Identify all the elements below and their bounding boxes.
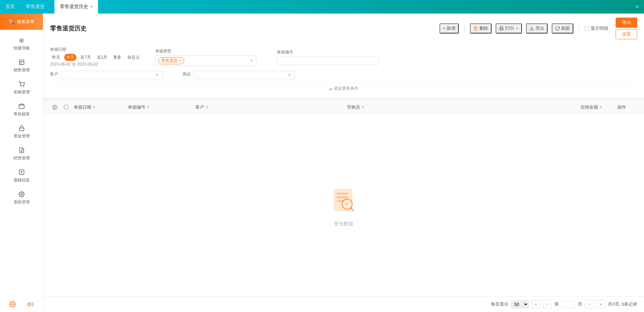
svg-rect-4 <box>19 128 24 131</box>
top-bar: 首页 零售退货 × 零售退货历史 × × <box>0 0 644 14</box>
page-number-input[interactable]: 1 <box>562 301 575 308</box>
filter-goods-field: 商品 ... ▼ <box>183 71 295 79</box>
show-detail-toggle[interactable]: 显示明细 <box>585 25 608 31</box>
sidebar-item-quick-nav[interactable]: ⊞ 快捷导航 <box>2 33 41 54</box>
th-amount[interactable]: 实销金额 ⇅ <box>557 102 605 113</box>
pagination-bar: 每页显示 50 20 100 « ‹ 第 1 页 › » 共0页, 0条记录 <box>43 296 644 312</box>
sidebar-item-system-mgmt[interactable]: 系统管理 <box>2 187 41 208</box>
sidebar-search[interactable]: 🔍 搜索菜单 <box>0 14 43 30</box>
print-button[interactable]: 打印 ▼ <box>496 23 522 34</box>
tab-home[interactable]: 首页 <box>0 0 20 14</box>
sidebar-item-operations[interactable]: 经营管理 <box>2 143 41 164</box>
docnum-input[interactable] <box>277 57 378 65</box>
type-tag: 零售退货 × <box>158 57 184 64</box>
page-first-button[interactable]: « <box>531 300 540 309</box>
date-group: 昨天 今天 近7天 近1月 更多 自定义 <box>50 54 142 61</box>
tab-retail-return[interactable]: 零售退货 × <box>20 0 54 14</box>
inventory-icon <box>18 103 25 110</box>
sidebar-bottom <box>0 296 43 312</box>
svg-rect-18 <box>337 193 348 194</box>
th-num[interactable]: 单据编号 ⇅ <box>125 102 193 113</box>
th-date[interactable]: 单据日期 ⇅ <box>71 102 125 113</box>
settings-button[interactable]: 设置 <box>616 29 637 39</box>
export-button[interactable]: 导出 <box>526 23 548 34</box>
svg-rect-19 <box>337 197 348 198</box>
collapse-button[interactable]: ▲ 收起更多条件 <box>325 85 362 92</box>
window-close-button[interactable]: × <box>630 0 644 14</box>
page-actions: + 新增 删除 打印 ▼ 导出 <box>439 18 637 39</box>
sidebar-item-label: 经营管理 <box>14 155 30 161</box>
main-layout: 🔍 搜索菜单 ⊞ 快捷导航 销售管理 采购管理 <box>0 14 644 312</box>
filter-row-1: 单据日期 昨天 今天 近7天 近1月 更多 自定义 2023-06-02 至 2… <box>50 47 637 67</box>
filter-type-field: 单据类型 零售退货 × ▼ <box>155 48 257 66</box>
new-button[interactable]: + 新增 <box>439 23 459 34</box>
sidebar-item-finance[interactable]: 资金管理 <box>2 121 41 142</box>
sidebar-item-inventory[interactable]: 库存核算 <box>2 99 41 120</box>
svg-point-11 <box>21 194 22 195</box>
table-area: 单据日期 ⇅ 单据编号 ⇅ 客户 ⇅ 导购员 ⇅ 实销金额 <box>43 101 644 296</box>
print-dropdown-icon[interactable]: ▼ <box>515 27 519 30</box>
sidebar-item-label: 采购管理 <box>14 89 30 95</box>
date-btn-more[interactable]: 更多 <box>111 54 123 61</box>
date-btn-today[interactable]: 今天 <box>64 54 76 61</box>
type-tag-close[interactable]: × <box>179 59 181 63</box>
page-next-button[interactable]: › <box>585 300 594 309</box>
empty-illustration <box>327 183 361 217</box>
page-last-button[interactable]: » <box>596 300 605 309</box>
page-prev-button[interactable]: ‹ <box>543 300 552 309</box>
sidebar-settings-button[interactable] <box>6 298 19 310</box>
divider2 <box>579 26 579 31</box>
page-title-row: 零售退货历史 + 新增 删除 打印 ▼ <box>50 18 637 39</box>
customer-select[interactable]: ... ▼ <box>61 71 162 79</box>
sales-icon <box>18 59 25 66</box>
th-customer[interactable]: 客户 ⇅ <box>193 102 344 113</box>
sidebar-item-label: 系统管理 <box>14 199 30 205</box>
table-select-all[interactable] <box>61 105 71 109</box>
sidebar-speaker-button[interactable] <box>24 298 37 310</box>
delete-button[interactable]: 删除 <box>470 23 492 34</box>
empty-text: 暂无数据 <box>334 221 353 227</box>
tab-retail-return-history[interactable]: 零售退货历史 × <box>54 0 98 14</box>
show-detail-checkbox[interactable] <box>585 26 589 31</box>
sidebar-item-label: 库存核算 <box>14 111 30 117</box>
tab-retail-return-close[interactable]: × <box>47 4 49 9</box>
goods-label: 商品 <box>183 71 191 77</box>
sidebar-item-sales-mgmt[interactable]: 销售管理 <box>2 55 41 76</box>
filter-customer-field: 客户 ... ▼ <box>50 71 162 79</box>
th-guide[interactable]: 导购员 ⇅ <box>344 102 412 113</box>
svg-point-2 <box>23 86 24 87</box>
date-btn-yesterday[interactable]: 昨天 <box>50 54 62 61</box>
sort-date-icon: ⇅ <box>93 105 95 109</box>
tab-retail-return-history-close[interactable]: × <box>90 4 93 9</box>
date-range-value: 2023-06-02 至 2023-06-02 <box>50 62 98 67</box>
sidebar-item-basic-info[interactable]: 基础信息 <box>2 165 41 186</box>
query-button[interactable]: 查询 <box>616 18 637 28</box>
search-icon: 🔍 <box>8 19 15 25</box>
print-icon <box>499 26 504 31</box>
date-btn-7days[interactable]: 近7天 <box>78 54 93 61</box>
filter-row-2: 客户 ... ▼ 商品 ... ▼ <box>50 71 637 79</box>
type-select[interactable]: 零售退货 × ▼ <box>155 55 257 66</box>
date-btn-1month[interactable]: 近1月 <box>95 54 110 61</box>
divider <box>464 26 464 31</box>
page-header: 零售退货历史 + 新增 删除 打印 ▼ <box>43 14 644 98</box>
sidebar-item-label: 资金管理 <box>14 133 30 139</box>
finance-icon <box>18 125 25 132</box>
refresh-button[interactable]: 刷新 <box>552 23 573 34</box>
date-label: 单据日期 <box>50 47 66 52</box>
goods-select[interactable]: ... ▼ <box>193 71 295 79</box>
svg-point-22 <box>344 201 351 208</box>
per-page-label: 每页显示 <box>491 301 508 307</box>
empty-state: 暂无数据 <box>43 114 644 296</box>
date-btn-custom[interactable]: 自定义 <box>125 54 142 61</box>
th-ops: 操作 <box>605 102 639 113</box>
quick-nav-icon: ⊞ <box>18 37 25 44</box>
sort-amount-icon: ⇅ <box>599 105 602 109</box>
page-unit: 页 <box>578 301 582 307</box>
table-settings-icon[interactable] <box>49 105 61 110</box>
system-icon <box>18 191 25 198</box>
select-all-checkbox[interactable] <box>64 105 68 109</box>
sidebar-item-purchase-mgmt[interactable]: 采购管理 <box>2 77 41 98</box>
per-page-select[interactable]: 50 20 100 <box>511 300 529 308</box>
customer-label: 客户 <box>50 71 58 77</box>
